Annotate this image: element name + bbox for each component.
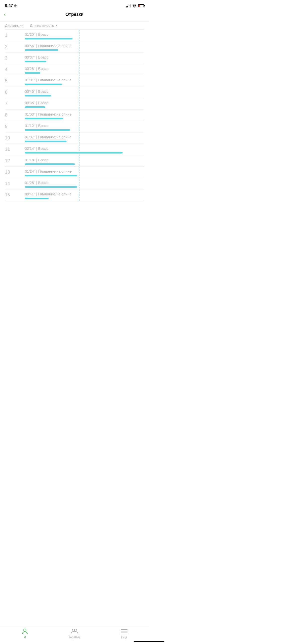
bar-fill: [25, 95, 51, 96]
bar-fill: [25, 49, 58, 51]
bar-track: [25, 186, 144, 188]
table-row: 801'03" | Плавание на спине: [5, 110, 144, 121]
segment-number: 9: [5, 124, 25, 129]
segment-label: 01'18" | Брасс: [25, 158, 144, 162]
table-row: 700'35" | Брасс: [5, 98, 144, 110]
segment-label: 00'37" | Брасс: [25, 55, 144, 59]
bar-track: [25, 129, 144, 131]
segment-content: 00'35" | Брасс: [25, 101, 144, 108]
col-duration-sort[interactable]: Длительность ▼: [30, 23, 58, 28]
segments-list: 101'20" | Брасс200'56" | Плавание на спи…: [0, 30, 149, 201]
bar-fill: [25, 129, 70, 131]
segment-number: 13: [5, 169, 25, 175]
segment-label: 01'24" | Плавание на спине: [25, 169, 144, 173]
bars-area: 101'20" | Брасс200'56" | Плавание на спи…: [5, 30, 144, 201]
segment-number: 8: [5, 112, 25, 118]
segment-number: 15: [5, 192, 25, 198]
bar-fill: [25, 38, 73, 40]
segment-label: 00'35" | Брасс: [25, 101, 144, 105]
segment-content: 00'28" | Брасс: [25, 66, 144, 74]
segment-label: 02'14" | Брасс: [25, 146, 144, 150]
segment-number: 11: [5, 146, 25, 152]
segment-number: 7: [5, 101, 25, 106]
sort-arrow-icon: ▼: [55, 24, 58, 27]
segment-label: 01'20" | Брасс: [25, 32, 144, 36]
bar-track: [25, 38, 144, 40]
status-time: 0:47: [5, 4, 13, 8]
segments-container: 101'20" | Брасс200'56" | Плавание на спи…: [0, 30, 149, 201]
page-title: Отрезки: [66, 12, 84, 17]
segment-number: 12: [5, 158, 25, 164]
table-row: 1001'07" | Плавание на спине: [5, 132, 144, 144]
bar-fill: [25, 175, 77, 176]
segment-label: 00'28" | Брасс: [25, 66, 144, 71]
table-row: 1201'18" | Брасс: [5, 155, 144, 167]
segment-content: 02'14" | Брасс: [25, 146, 144, 154]
status-bar: 0:47: [0, 0, 149, 10]
table-row: 901'12" | Брасс: [5, 121, 144, 132]
segment-content: 01'20" | Брасс: [25, 32, 144, 40]
table-row: 1102'14" | Брасс: [5, 144, 144, 155]
segment-content: 00'56" | Плавание на спине: [25, 44, 144, 51]
bar-track: [25, 72, 144, 74]
segment-content: 00'37" | Брасс: [25, 55, 144, 62]
location-icon: [14, 4, 17, 7]
bar-fill: [25, 140, 67, 142]
bar-fill: [25, 164, 75, 165]
bar-track: [25, 84, 144, 85]
segment-content: 01'07" | Плавание на спине: [25, 135, 144, 142]
wifi-icon: [132, 4, 136, 8]
bar-track: [25, 198, 144, 199]
segment-content: 01'24" | Плавание на спине: [25, 169, 144, 176]
bar-fill: [25, 106, 45, 108]
table-row: 501'01" | Плавание на спине: [5, 76, 144, 87]
bar-track: [25, 140, 144, 142]
battery-icon: [138, 4, 144, 7]
segment-number: 4: [5, 66, 25, 72]
signal-icon: [126, 4, 131, 8]
segment-number: 14: [5, 180, 25, 186]
bar-fill: [25, 198, 49, 199]
segment-content: 01'03" | Плавание на спине: [25, 112, 144, 119]
segment-number: 2: [5, 44, 25, 49]
segment-label: 00'56" | Плавание на спине: [25, 44, 144, 48]
col-distances-label: Дистанции: [5, 23, 30, 28]
table-row: 600'45" | Брасс: [5, 87, 144, 98]
segment-label: 01'03" | Плавание на спине: [25, 112, 144, 116]
col-duration-label: Длительность: [30, 23, 54, 28]
table-row: 200'56" | Плавание на спине: [5, 41, 144, 52]
bar-track: [25, 106, 144, 108]
bar-track: [25, 95, 144, 96]
bar-track: [25, 175, 144, 176]
back-button[interactable]: ‹: [4, 12, 6, 18]
segment-label: 01'07" | Плавание на спине: [25, 135, 144, 139]
segment-content: 01'25" | Брасс: [25, 180, 144, 188]
segment-label: 01'12" | Брасс: [25, 124, 144, 128]
segment-content: 00'41" | Плавание на спине: [25, 192, 144, 199]
segment-label: 00'41" | Плавание на спине: [25, 192, 144, 196]
segment-label: 01'25" | Брасс: [25, 180, 144, 185]
table-row: 1401'25" | Брасс: [5, 178, 144, 190]
table-header: Дистанции Длительность ▼: [0, 20, 149, 28]
table-row: 1301'24" | Плавание на спине: [5, 167, 144, 178]
table-row: 400'28" | Брасс: [5, 64, 144, 76]
segment-label: 01'01" | Плавание на спине: [25, 78, 144, 82]
bar-fill: [25, 84, 62, 85]
table-row: 101'20" | Брасс: [5, 30, 144, 41]
bar-track: [25, 49, 144, 51]
dotted-reference-line: [79, 30, 79, 201]
bar-track: [25, 152, 144, 154]
status-icons: [126, 4, 144, 8]
segment-number: 1: [5, 32, 25, 38]
segment-label: 00'45" | Брасс: [25, 89, 144, 94]
segment-content: 01'01" | Плавание на спине: [25, 78, 144, 85]
bar-track: [25, 61, 144, 62]
bar-fill: [25, 118, 63, 119]
segment-number: 10: [5, 135, 25, 140]
bar-track: [25, 118, 144, 119]
bar-fill: [25, 72, 40, 74]
bar-fill: [25, 152, 123, 154]
segment-number: 3: [5, 55, 25, 61]
nav-header: ‹ Отрезки: [0, 10, 149, 20]
segment-content: 01'12" | Брасс: [25, 124, 144, 131]
